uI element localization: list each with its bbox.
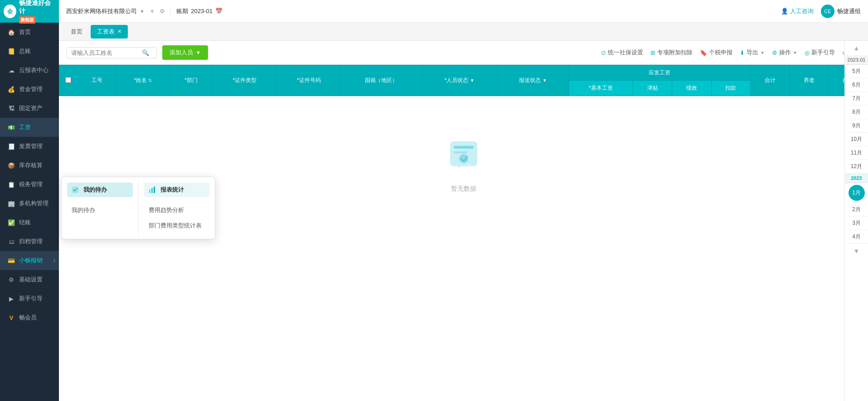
add-company-button[interactable]: +: [150, 7, 154, 15]
sidebar-item-home[interactable]: 🏠 首页: [0, 23, 59, 42]
assets-icon: 🏗: [7, 104, 15, 112]
closing-icon: ✅: [7, 218, 15, 227]
user-menu[interactable]: CE 畅捷通组: [821, 5, 861, 18]
export-button[interactable]: ⬇ 导出 ▼: [740, 48, 765, 57]
add-person-label: 添加人员: [170, 48, 193, 57]
months-down-arrow[interactable]: ▼: [852, 246, 862, 256]
member-icon: V: [7, 314, 15, 322]
tax-deduction-button[interactable]: ⊞ 专项附加扣除: [650, 48, 693, 57]
sidebar-item-invoice[interactable]: 🧾 发票管理: [0, 137, 59, 156]
support-icon: 👤: [781, 8, 788, 14]
months-nav-down: ▼: [845, 244, 868, 258]
th-bonus: 绩效: [672, 81, 711, 96]
th-deductions: 扣款: [711, 81, 750, 96]
select-all-checkbox[interactable]: [65, 77, 71, 83]
sidebar-item-closing[interactable]: ✅ 结账: [0, 213, 59, 232]
sidebar-item-label: 基础设置: [19, 275, 43, 284]
search-icon[interactable]: 🔍: [142, 49, 149, 56]
sidebar-item-salary[interactable]: 💵 工资: [0, 118, 59, 137]
th-checkbox[interactable]: [59, 65, 78, 96]
dropdown-col-reports: 报表统计 费用趋势分析 部门费用类型统计表: [139, 177, 215, 239]
search-box[interactable]: 🔍: [66, 47, 157, 58]
th-report-status[interactable]: 报送状态 ▼: [497, 65, 569, 96]
month-1-active[interactable]: 1月: [849, 185, 865, 201]
sidebar-item-tax[interactable]: 📋 税务管理: [0, 175, 59, 194]
sidebar-item-fund[interactable]: 💰 资金管理: [0, 80, 59, 99]
sidebar-item-label: 首页: [19, 28, 31, 36]
sidebar-item-archive[interactable]: 🗂 归档管理: [0, 232, 59, 251]
month-3[interactable]: 3月: [845, 217, 868, 230]
tab-close-icon[interactable]: ✕: [117, 29, 121, 34]
month-5[interactable]: 5月: [845, 65, 868, 78]
app-name: 畅捷通好会计: [19, 0, 55, 15]
guide-button[interactable]: ◎ 新手引导: [805, 48, 835, 57]
expense-icon: 💳: [7, 256, 15, 265]
month-9[interactable]: 9月: [845, 119, 868, 133]
operations-icon: ⚙: [772, 49, 777, 56]
sidebar-item-expense[interactable]: 💳 小畅报销 ‹: [0, 251, 59, 270]
dropdown-item-dept-label: 部门费用类型统计表: [149, 222, 202, 229]
search-input[interactable]: [71, 49, 139, 56]
dropdown-reports-title[interactable]: 报表统计: [144, 183, 210, 197]
sidebar-item-fixed-assets[interactable]: 🏗 固定资产: [0, 99, 59, 118]
sidebar-item-basic[interactable]: ⚙ 基础设置: [0, 270, 59, 289]
tab-home-label: 首页: [71, 28, 82, 36]
month-12[interactable]: 12月: [845, 160, 868, 174]
th-pension: 养老: [790, 65, 829, 96]
th-number: 工号: [78, 65, 116, 96]
month-6[interactable]: 6月: [845, 78, 868, 92]
support-link[interactable]: 👤 人工咨询: [781, 7, 814, 15]
fund-icon: 💰: [7, 85, 15, 93]
status-filter-icon[interactable]: ▼: [470, 78, 475, 83]
svg-point-4: [468, 164, 470, 166]
add-person-button[interactable]: 添加人员 ▼: [162, 45, 208, 60]
export-chevron-icon: ▼: [760, 50, 765, 55]
social-security-button[interactable]: ⊙ 统一社保设置: [601, 48, 643, 57]
months-panel: ▲ 2023.01 5月 6月 7月 8月 9月 10月 11月 12月 202…: [844, 41, 868, 401]
add-person-chevron-icon: ▼: [196, 50, 201, 55]
th-total: 合计: [750, 65, 789, 96]
support-label: 人工咨询: [790, 7, 814, 15]
sidebar-item-multi-org[interactable]: 🏢 多机构管理: [0, 194, 59, 213]
header: 西安虾米网络科技有限公司 ▼ + ⚙ 账期 2023-01 📅 👤 人工咨询 C…: [59, 0, 868, 23]
dropdown-menu: 我的待办 我的待办 报表统计 费用趋势分析 部门费用类型统计表: [61, 177, 215, 239]
month-2[interactable]: 2月: [845, 203, 868, 217]
th-name[interactable]: *姓名 ⇅: [116, 65, 170, 96]
report-filter-icon[interactable]: ▼: [543, 78, 547, 83]
month-4[interactable]: 4月: [845, 230, 868, 244]
th-person-status[interactable]: *人员状态 ▼: [422, 65, 497, 96]
month-8[interactable]: 8月: [845, 106, 868, 119]
th-salary-group: 应发工资: [569, 65, 750, 81]
sidebar-item-cloud-reports[interactable]: ☁ 云报表中心: [0, 61, 59, 80]
dropdown-item-dept-expense[interactable]: 部门费用类型统计表: [144, 218, 210, 233]
sidebar-item-member[interactable]: V 畅会员: [0, 308, 59, 327]
export-icon: ⬇: [740, 49, 745, 56]
dropdown-reports-title-text: 报表统计: [160, 186, 184, 194]
dropdown-item-expense-trend[interactable]: 费用趋势分析: [144, 203, 210, 218]
dropdown-todo-title[interactable]: 我的待办: [67, 183, 133, 197]
dropdown-item-todo[interactable]: 我的待办: [67, 203, 133, 218]
company-selector[interactable]: 西安虾米网络科技有限公司 ▼: [66, 7, 145, 15]
month-7[interactable]: 7月: [845, 92, 868, 106]
individual-tax-icon: 🔖: [700, 49, 707, 56]
app-logo: 会 畅捷通好会计 旗舰版: [0, 0, 59, 23]
operations-button[interactable]: ⚙ 操作 ▼: [772, 48, 797, 57]
svg-rect-1: [454, 146, 474, 149]
sidebar-item-guide[interactable]: ▶ 新手引导: [0, 289, 59, 308]
svg-rect-9: [154, 187, 155, 193]
period-selector[interactable]: 账期 2023-01 📅: [176, 7, 223, 15]
th-id-type: *证件类型: [213, 65, 276, 96]
sidebar-item-label: 总账: [19, 47, 31, 55]
individual-tax-button[interactable]: 🔖 个税申报: [700, 48, 732, 57]
logo-icon: 会: [4, 5, 16, 18]
sidebar-item-inventory[interactable]: 📦 库存核算: [0, 156, 59, 175]
tab-home[interactable]: 首页: [64, 25, 89, 39]
dropdown-col-todo: 我的待办 我的待办: [62, 177, 138, 239]
tab-salary-sheet[interactable]: 工资表 ✕: [91, 25, 128, 39]
tab-salary-label: 工资表: [97, 28, 115, 36]
month-11[interactable]: 11月: [845, 146, 868, 160]
sidebar-item-ledger[interactable]: 📒 总账: [0, 42, 59, 61]
settings-icon[interactable]: ⚙: [160, 8, 165, 14]
month-10[interactable]: 10月: [845, 133, 868, 146]
months-up-arrow[interactable]: ▲: [852, 43, 862, 53]
